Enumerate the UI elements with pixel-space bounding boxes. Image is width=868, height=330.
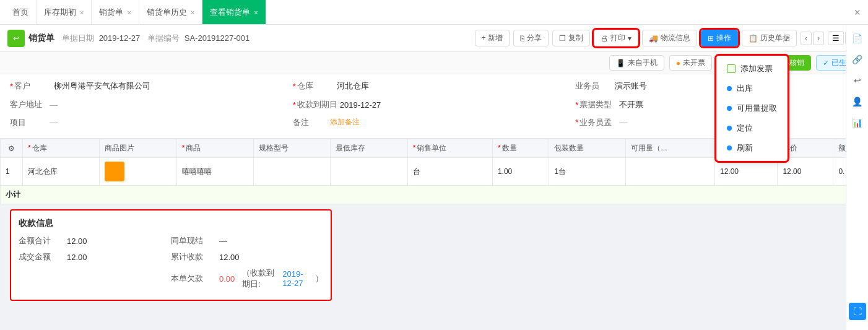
col-warehouse: *仓库 — [23, 139, 100, 158]
cell-img — [100, 158, 176, 186]
payment-deal-row: 成交金额 12.00 — [19, 251, 171, 263]
sidebar-icon-link[interactable]: 🔗 — [849, 51, 866, 68]
nav-arrows: ‹ › — [801, 32, 824, 45]
payment-settle-row: 同单现结 — — [171, 235, 323, 246]
nav-next[interactable]: › — [813, 32, 824, 45]
print-button[interactable]: 🖨 打印 ▾ — [594, 30, 638, 46]
open-ticket-btn[interactable]: ● 未开票 — [669, 55, 712, 71]
payment-total-row: 金额合计 12.00 — [19, 235, 171, 246]
tab-home[interactable]: 首页 — [5, 0, 37, 24]
sidebar-icon-user[interactable]: 👤 — [849, 93, 866, 110]
col-qty: *数量 — [492, 139, 549, 158]
col-settings: ⚙ — [1, 139, 23, 158]
cell-warehouse: 河北仓库 — [23, 158, 100, 186]
product-image — [105, 162, 124, 181]
sidebar-icon-expand[interactable]: ⛶ — [849, 303, 866, 320]
sidebar-icon-return[interactable]: ↩ — [849, 72, 866, 89]
toolbar-right: + 新增 ⎘ 分享 ❐ 复制 🖨 打印 ▾ 🚚 物流信息 ⊞ 操作 — [475, 30, 861, 46]
meta-date: 单据日期 2019-12-27 — [62, 33, 140, 44]
cell-unit: 台 — [407, 158, 492, 186]
sidebar-icon-chart[interactable]: 📊 — [849, 114, 866, 131]
close-tab-view-sales[interactable]: × — [254, 9, 258, 16]
share-button[interactable]: ⎘ 分享 — [513, 30, 549, 46]
payment-info-box: 收款信息 金额合计 12.00 同单现结 — 成交金额 12.00 累计收款 1… — [10, 209, 332, 301]
cell-qty: 1.00 — [492, 158, 549, 186]
dropdown-outbound[interactable]: 出库 — [717, 79, 787, 98]
cell-product: 嘻嘻嘻嘻 — [176, 158, 253, 186]
address-field: 客户地址 — — [10, 99, 293, 111]
subtotal-label: 小计 — [1, 186, 868, 204]
history-button[interactable]: 📋 历史单据 — [742, 30, 797, 46]
cell-min-stock — [331, 158, 407, 186]
copy-button[interactable]: ❐ 复制 — [552, 30, 590, 46]
tab-sales-history[interactable]: 销货单历史 × — [139, 0, 202, 24]
operation-dropdown: 添加发票 出库 可用量提取 定位 刷新 — [716, 56, 788, 161]
right-sidebar: 📄 🔗 ↩ 👤 📊 ⛶ — [846, 25, 868, 330]
col-min-stock: 最低库存 — [331, 139, 407, 158]
add-note-btn[interactable]: 添加备注 — [330, 117, 360, 128]
tab-view-sales[interactable]: 查看销货单 × — [202, 0, 266, 24]
refresh-dot-icon — [727, 145, 732, 150]
extract-dot-icon — [727, 106, 732, 111]
toolbar-left: ↩ 销货单 单据日期 2019-12-27 单据编号 SA-20191227-0… — [7, 30, 470, 47]
sidebar-icon-doc[interactable]: 📄 — [849, 30, 866, 47]
logistics-button[interactable]: 🚚 物流信息 — [642, 30, 697, 46]
cell-avail — [626, 158, 715, 186]
operation-button[interactable]: ⊞ 操作 — [701, 30, 738, 46]
view-list[interactable]: ☰ — [828, 31, 844, 45]
cell-pack-qty: 1台 — [549, 158, 626, 186]
payment-cumulative-row: 累计收款 12.00 — [171, 251, 323, 263]
table-row: 1 河北仓库 嘻嘻嘻嘻 台 1.00 1台 12.00 12.00 0. — [1, 158, 868, 186]
warehouse-field: * 仓库 河北仓库 — [293, 79, 576, 93]
cell-price: 12.00 — [778, 158, 833, 186]
locate-dot-icon — [727, 126, 732, 131]
close-tab-sales[interactable]: × — [127, 9, 131, 16]
dropdown-locate[interactable]: 定位 — [717, 118, 787, 138]
dropdown-add-invoice[interactable]: 添加发票 — [717, 59, 787, 79]
col-spec: 规格型号 — [254, 139, 331, 158]
close-tab-history[interactable]: × — [191, 9, 194, 16]
subtotal-row: 小计 — [1, 186, 868, 204]
outbound-dot-icon — [727, 86, 732, 91]
meta-number: 单据编号 SA-20191227-001 — [147, 33, 250, 44]
tab-sales-order[interactable]: 销货单 × — [92, 0, 139, 24]
dropdown-avail-extract[interactable]: 可用量提取 — [717, 98, 787, 118]
nav-prev[interactable]: ‹ — [801, 32, 812, 45]
col-img: 商品图片 — [100, 139, 176, 158]
new-button[interactable]: + 新增 — [475, 30, 510, 46]
payment-arrears-row: 本单欠款 0.00 （收款到期日: 2019-12-27 ） — [171, 267, 323, 290]
cell-stock: 12.00 — [715, 158, 778, 186]
close-tab-inventory[interactable]: × — [80, 9, 84, 16]
doc-title: 销货单 — [28, 33, 54, 44]
col-avail: 可用量（... — [626, 139, 715, 158]
dropdown-refresh[interactable]: 刷新 — [717, 138, 787, 158]
doc-type-icon: ↩ — [7, 30, 25, 47]
due-date-field: * 收款到期日 2019-12-27 — [293, 99, 576, 111]
col-pack-qty: 包装数量 — [549, 139, 626, 158]
customer-field: * 客户 柳州粤港平安气体有限公司 — [10, 79, 293, 93]
project-field: 项目 — — [10, 116, 293, 128]
col-unit: *销售单位 — [407, 139, 492, 158]
main-toolbar: ↩ 销货单 单据日期 2019-12-27 单据编号 SA-20191227-0… — [0, 25, 868, 52]
window-close-icon[interactable]: × — [854, 6, 861, 19]
tab-bar: 首页 库存期初 × 销货单 × 销货单历史 × 查看销货单 × × — [0, 0, 868, 25]
payment-title: 收款信息 — [19, 218, 323, 229]
cell-no: 1 — [1, 158, 23, 186]
tab-inventory-init[interactable]: 库存期初 × — [37, 0, 92, 24]
note-field: 备注 添加备注 — [293, 117, 576, 128]
invoice-icon — [727, 64, 736, 73]
doc-info: ↩ 销货单 — [7, 30, 54, 47]
phone-btn[interactable]: 📱 来自手机 — [609, 55, 664, 71]
col-product: *商品 — [176, 139, 253, 158]
cell-spec — [254, 158, 331, 186]
